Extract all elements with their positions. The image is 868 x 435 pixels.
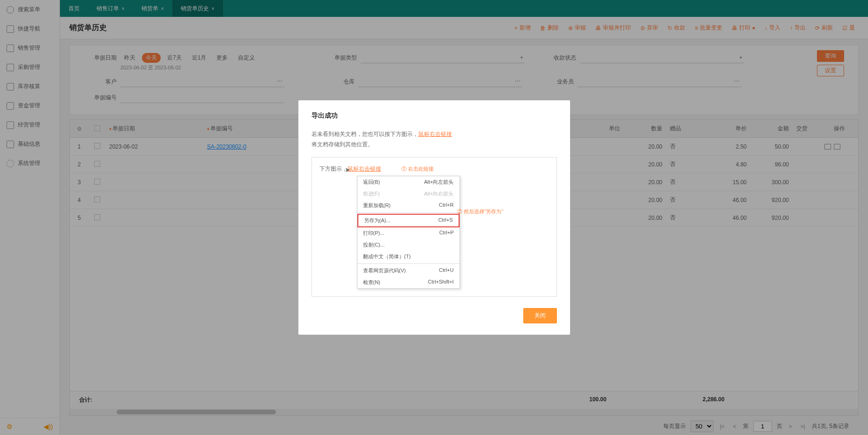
cursor-icon: ➤	[345, 166, 350, 173]
instruction-box: 下方图示，鼠标右击链接 ➤ ① 右击此链接 返回(B)Alt+向左箭头 前进(F…	[312, 157, 557, 297]
modal-title: 导出成功	[312, 112, 557, 120]
ctx-translate: 翻成中文（简体）(T)	[357, 251, 460, 262]
ctx-separator	[357, 212, 460, 213]
modal-footer: 关闭	[312, 308, 557, 323]
ctx-forward: 前进(F)Alt+向右箭头	[357, 188, 460, 200]
ctx-inspect: 检查(N)Ctrl+Shift+I	[357, 277, 460, 288]
ctx-viewsource: 查看网页源代码(V)Ctrl+U	[357, 265, 460, 277]
export-success-modal: 导出成功 若未看到相关文档，您也可以按下方图示，鼠标右击链接 将文档存储到其他位…	[298, 100, 570, 335]
annotation-2: ② 然后选择"另存为"	[457, 208, 504, 215]
instr-link: 鼠标右击链接	[348, 165, 381, 172]
ctx-back: 返回(B)Alt+向左箭头	[357, 176, 460, 188]
instruction-line: 下方图示，鼠标右击链接 ➤ ① 右击此链接	[319, 165, 549, 173]
modal-backdrop: 导出成功 若未看到相关文档，您也可以按下方图示，鼠标右击链接 将文档存储到其他位…	[0, 0, 868, 435]
ctx-reload: 重新加载(R)Ctrl+R	[357, 200, 460, 211]
modal-close-button[interactable]: 关闭	[523, 308, 557, 323]
instr-prefix: 下方图示，	[319, 165, 348, 172]
modal-text: 若未看到相关文档，您也可以按下方图示，鼠标右击链接 将文档存储到其他位置。	[312, 129, 557, 150]
context-menu: 返回(B)Alt+向左箭头 前进(F)Alt+向右箭头 重新加载(R)Ctrl+…	[357, 176, 460, 289]
ctx-print: 打印(P)...Ctrl+P	[357, 227, 460, 239]
ctx-separator	[357, 263, 460, 264]
right-click-link[interactable]: 鼠标右击链接	[418, 131, 452, 137]
ctx-cast: 投射(C)...	[357, 239, 460, 251]
annotation-1: ① 右击此链接	[401, 166, 434, 172]
ctx-saveas: 另存为(A)...Ctrl+S	[357, 214, 460, 227]
modal-text-a: 若未看到相关文档，您也可以按下方图示，	[312, 131, 418, 137]
modal-text-b: 将文档存储到其他位置。	[312, 141, 373, 148]
